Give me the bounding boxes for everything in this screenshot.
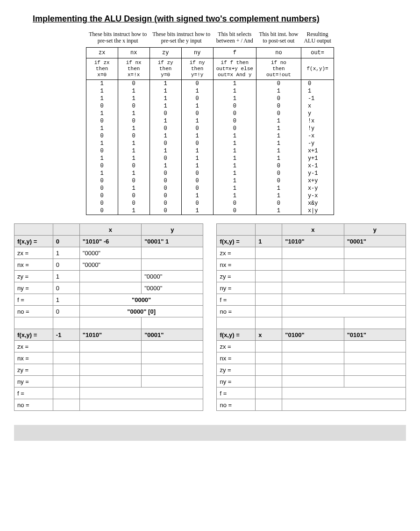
truth-cell: 0 [149,110,181,117]
truth-cell: 0 [213,102,256,110]
truth-row: 111010-1 [86,95,334,102]
truth-cell: 1 [213,177,256,185]
truth-desc: if zytheny=0 [149,58,181,80]
truth-cell: 1 [256,87,301,95]
row-span [282,294,406,306]
truth-desc: f(x,y)= [301,58,334,80]
row-label: no = [14,399,53,411]
truth-cell: 0 [86,117,118,125]
row-y [142,376,203,387]
row-val [256,376,282,387]
row-val [256,352,282,364]
truth-cell: x|y [301,207,334,215]
row-label: no = [217,399,256,411]
col-y-right: y [344,224,406,236]
truth-col: f [213,47,256,58]
truth-desc: if f thenout=x+y elseout=x And y [213,58,256,80]
truth-cell: 1 [86,110,118,117]
fxy-label: f(x,y) = [217,236,256,247]
truth-cell: 0 [256,110,301,117]
row-val [256,306,282,317]
row-span [79,387,203,399]
footer-bar [14,425,406,441]
truth-cell: 0 [213,117,256,125]
truth-cell: 1 [181,87,213,95]
truth-cell: 0 [181,125,213,132]
truth-cell: 0 [256,95,301,102]
truth-cell: 0 [149,177,181,185]
truth-cell: 0 [149,125,181,132]
truth-cell: 1 [181,102,213,110]
row-label: zx = [217,247,256,259]
row-val: 0 [53,259,79,271]
truth-cell: 1 [256,207,301,215]
row-label: no = [217,306,256,317]
row-label: no = [14,306,53,317]
truth-cell: 0 [256,200,301,207]
truth-cell: 1 [86,155,118,162]
fxy-x: "1010" -6 [79,236,141,247]
spacer [282,317,344,329]
spacer [344,317,406,329]
truth-cell: 0 [86,147,118,155]
fxy-y: "0001" [142,329,203,341]
fxy-label: f(x,y) = [14,236,53,247]
spacer-row [14,317,406,329]
work-row: nx =0"0000"nx = [14,259,406,271]
row-y: "0000" [142,282,203,294]
truth-cell: 1 [181,155,213,162]
work-row: f =1"0000"f = [14,294,406,306]
truth-cell: 0 [118,80,149,88]
truth-desc: if nytheny=!y [181,58,213,80]
row-label: f = [14,387,53,399]
truth-cell: 1 [149,162,181,170]
work-row: zx =1"0000"zx = [14,247,406,259]
row-x [282,259,344,271]
row-y [142,341,203,352]
row-x [79,341,141,352]
col-x-right: x [282,224,344,236]
row-label: zx = [14,247,53,259]
truth-cell: -x [301,132,334,140]
row-span [79,399,203,411]
row-label: ny = [217,282,256,294]
truth-cell: 1 [118,155,149,162]
worksheet-header: x y x y [14,224,406,236]
truth-desc: if zxthenx=0 [86,58,118,80]
truth-cell: 0 [86,132,118,140]
truth-cell: 1 [213,132,256,140]
truth-desc: if nothenout=!out [256,58,301,80]
truth-cell: 0 [181,95,213,102]
row-x [282,247,344,259]
truth-cell: 1 [118,170,149,177]
truth-row: 110011-y [86,140,334,147]
row-val [256,364,282,376]
fxy-y: "0101" [344,329,406,341]
spacer [79,317,141,329]
truth-cell: 1 [256,185,301,192]
row-val: 0 [53,306,79,317]
truth-cell: 1 [86,95,118,102]
truth-cell: 0 [86,192,118,200]
truth-cell: 0 [86,162,118,170]
work-row: zy =zy = [14,364,406,376]
truth-cell: 0 [181,185,213,192]
truth-cell: 1 [118,147,149,155]
work-row: zy =1"0000"zy = [14,271,406,282]
truth-cell: 0 [118,117,149,125]
truth-cell: 1 [213,185,256,192]
work-row: ny =0"0000"ny = [14,282,406,294]
truth-cell: 1 [118,95,149,102]
fxy-row: f(x,y) =-1"1010""0001"f(x,y) =x"0100""01… [14,329,406,341]
row-val [256,399,282,411]
row-y [142,352,203,364]
truth-cell: 1 [213,170,256,177]
truth-cell: 1 [118,87,149,95]
fxy-x: "0100" [282,329,344,341]
row-span [282,399,406,411]
truth-cell: 1 [181,162,213,170]
truth-cell: 0 [86,102,118,110]
row-x [282,282,344,294]
row-x [79,271,141,282]
truth-cell: 1 [118,125,149,132]
